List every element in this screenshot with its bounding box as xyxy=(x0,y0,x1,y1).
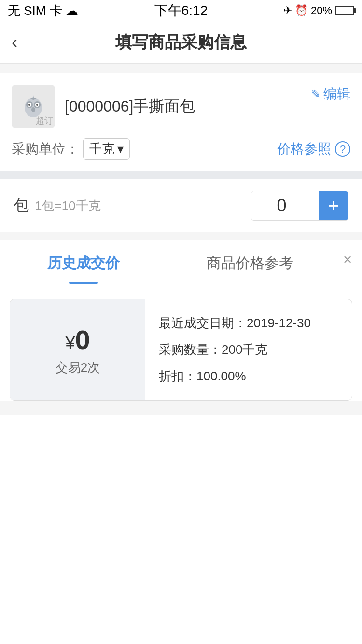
price-card: ¥0 交易2次 最近成交日期：2019-12-30 采购数量：200千克 折扣：… xyxy=(10,299,352,401)
status-signal: ✈ ⏰ xyxy=(283,4,308,17)
tab-close-button[interactable]: × xyxy=(333,251,362,273)
bottom-space xyxy=(0,415,362,644)
quantity-plus-button[interactable]: + xyxy=(319,191,348,220)
page-title: 填写商品采购信息 xyxy=(115,31,247,54)
status-right: ✈ ⏰ 20% xyxy=(283,4,354,17)
price-left-panel: ¥0 交易2次 xyxy=(10,299,145,400)
transaction-count: 交易2次 xyxy=(56,359,100,376)
back-button[interactable]: ‹ xyxy=(12,32,17,53)
tab-price-reference[interactable]: 商品价格参考 xyxy=(167,240,333,284)
package-icon: 包 xyxy=(14,195,29,216)
edit-button[interactable]: ✎ 编辑 xyxy=(311,85,350,103)
product-image: 超订 xyxy=(12,85,55,128)
battery-icon xyxy=(335,6,354,15)
status-bar: 无 SIM 卡 ☁ 下午6:12 ✈ ⏰ 20% xyxy=(0,0,362,21)
quantity-row: 包 1包=10千克 + xyxy=(0,179,362,232)
quantity-input-group: + xyxy=(251,191,348,221)
status-time: 下午6:12 xyxy=(154,1,208,20)
divider xyxy=(0,171,362,179)
price-right-panel: 最近成交日期：2019-12-30 采购数量：200千克 折扣：100.00% xyxy=(145,299,352,400)
tab-history-price[interactable]: 历史成交价 xyxy=(0,240,167,284)
svg-point-6 xyxy=(36,104,38,106)
help-icon: ? xyxy=(335,141,350,157)
unit-label: 采购单位： xyxy=(12,140,79,158)
price-amount: ¥0 xyxy=(65,324,90,355)
battery-percent: 20% xyxy=(311,4,332,17)
tabs-header: 历史成交价 商品价格参考 × xyxy=(0,240,362,284)
tabs-container: 历史成交价 商品价格参考 × ¥0 交易2次 最近成交日期：2019-12-30… xyxy=(0,240,362,401)
unit-value: 千克 xyxy=(89,140,114,157)
product-card: 超订 [0000006]手撕面包 ✎ 编辑 采购单位： 千克 ▾ 价格参照 ? xyxy=(0,73,362,171)
currency-symbol: ¥ xyxy=(65,333,75,353)
chevron-down-icon: ▾ xyxy=(117,141,124,156)
status-left: 无 SIM 卡 ☁ xyxy=(8,2,78,19)
quantity-input[interactable] xyxy=(251,191,319,220)
price-ref-label: 价格参照 xyxy=(277,140,331,158)
price-detail-date: 最近成交日期：2019-12-30 xyxy=(159,314,338,333)
package-ratio: 1包=10千克 xyxy=(35,197,101,214)
price-detail-discount: 折扣：100.00% xyxy=(159,367,338,386)
edit-icon: ✎ xyxy=(311,87,320,101)
svg-point-5 xyxy=(28,104,30,106)
price-detail-qty: 采购数量：200千克 xyxy=(159,340,338,359)
unit-select[interactable]: 千克 ▾ xyxy=(83,138,130,160)
tab-underline xyxy=(69,282,98,284)
product-icon-sublabel: 超订 xyxy=(36,115,53,126)
price-reference-button[interactable]: 价格参照 ? xyxy=(277,140,350,158)
svg-point-7 xyxy=(31,107,35,112)
product-name: [0000006]手撕面包 xyxy=(65,96,195,117)
nav-bar: ‹ 填写商品采购信息 xyxy=(0,21,362,64)
